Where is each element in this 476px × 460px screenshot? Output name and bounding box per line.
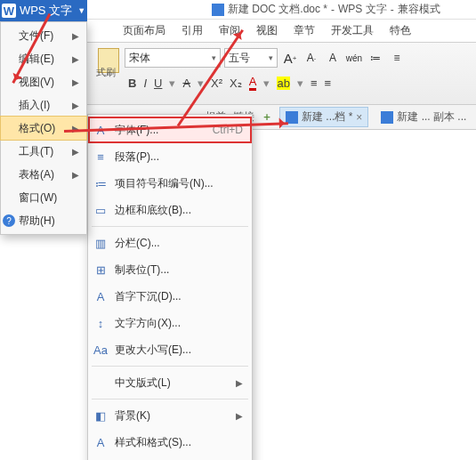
compat-mode: 兼容模式 [398,2,440,17]
menu-item-label: 表格(A) [19,167,54,182]
subscript-button[interactable]: X₂ [230,77,242,90]
decrease-font-icon[interactable]: A- [303,49,320,67]
italic-button[interactable]: I [143,77,147,90]
highlight-button[interactable]: ab [277,77,289,90]
menu-item[interactable]: ?帮助(H) [1,209,86,232]
submenu-item-label: 段落(P)... [115,149,159,165]
format-painter-label[interactable]: 式刷 [96,66,116,79]
submenu-item[interactable]: 稿纸设置(G)... [88,456,252,460]
ribbon-tab[interactable]: 引用 [174,20,210,42]
file-icon [381,111,393,124]
submenu-arrow-icon: ▶ [72,170,79,180]
submenu-item[interactable]: Aa更改大小写(E)... [88,336,252,363]
bold-button[interactable]: B [128,77,136,90]
menu-item-label: 帮助(H) [19,214,55,229]
font-size-combo[interactable]: 五号 [224,48,278,68]
menu-separator [92,226,248,227]
submenu-item[interactable]: ↕文字方向(X)... [88,310,252,336]
menu-item[interactable]: 编辑(E)▶ [1,47,86,70]
menu-item-label: 窗口(W) [19,190,57,206]
submenu-arrow-icon: ▶ [72,77,79,87]
font-color-button[interactable]: A [249,75,257,91]
menu-item-label: 格式(O) [19,121,55,136]
app-menu-button[interactable]: WPS 文字 ▼ [0,0,87,21]
menu-icon: ▥ [93,236,108,250]
ribbon-tab[interactable]: 开发工具 [324,20,381,42]
submenu-arrow-icon: ▶ [72,101,79,110]
submenu-item[interactable]: A首字下沉(D)... [88,283,252,310]
submenu-arrow-icon: ▶ [72,31,79,41]
submenu-arrow-icon: ▶ [236,411,243,421]
submenu-item-label: 中文版式(L) [115,375,171,391]
submenu-item[interactable]: ▥分栏(C)... [88,230,252,256]
menu-icon: ▭ [93,203,108,217]
menu-separator [92,366,248,367]
menu-item-label: 视图(V) [19,75,54,90]
submenu-arrow-icon: ▶ [72,147,79,157]
font-name-combo[interactable]: 宋体 [125,48,221,68]
align-center-icon[interactable]: ≡ [324,77,331,90]
ribbon-tab[interactable]: 章节 [286,20,322,42]
submenu-item[interactable]: ≔项目符号和编号(N)... [88,170,252,197]
menu-item-label: 插入(I) [19,98,50,113]
menu-icon: Aa [93,343,108,357]
submenu-item[interactable]: ▭边框和底纹(B)... [88,197,252,223]
menu-icon: ◧ [93,408,108,423]
submenu-item[interactable]: ⊞制表位(T)... [88,256,252,283]
submenu-item-label: 更改大小写(E)... [115,343,191,358]
ribbon-tab[interactable]: 特色 [383,20,418,42]
document-icon [212,4,224,16]
strike-button[interactable]: A [182,77,190,90]
doc-tab[interactable]: 新建 ... 副本 ... [375,108,472,126]
submenu-item-label: 边框和底纹(B)... [115,203,191,218]
menu-item[interactable]: 窗口(W) [1,186,86,209]
app-name: WPS 文字 [338,2,387,17]
submenu-arrow-icon: ▶ [72,54,79,64]
submenu-item[interactable]: ◧背景(K)▶ [88,402,252,429]
submenu-item-label: 项目符号和编号(N)... [115,176,214,191]
submenu-item[interactable]: ≡段落(P)... [88,143,252,170]
align-left-icon[interactable]: ≡ [311,77,318,90]
underline-button[interactable]: U [154,77,162,90]
bullet-list-icon[interactable]: ≔ [367,49,384,67]
menu-item[interactable]: 工具(T)▶ [1,140,86,163]
submenu-arrow-icon: ▶ [236,378,243,388]
main-menu: 文件(F)▶编辑(E)▶视图(V)▶插入(I)▶格式(O)▶工具(T)▶表格(A… [0,21,87,235]
menu-item-label: 工具(T) [19,144,53,159]
menu-icon: A [93,289,108,303]
submenu-item-label: 首字下沉(D)... [115,289,182,304]
superscript-button[interactable]: X² [211,77,222,90]
submenu-item[interactable]: 中文版式(L)▶ [88,369,252,396]
menu-icon: ⊞ [93,262,108,277]
submenu-item-label: 分栏(C)... [115,236,160,251]
submenu-item-label: 制表位(T)... [115,262,169,278]
menu-icon: ≔ [93,176,108,190]
menu-item[interactable]: 表格(A)▶ [1,163,86,186]
menu-icon: A [93,435,108,449]
format-submenu: A字体(F)...Ctrl+D≡段落(P)...≔项目符号和编号(N)...▭边… [87,114,253,460]
menu-item[interactable]: 插入(I)▶ [1,93,86,117]
submenu-item[interactable]: A样式和格式(S)... [88,429,252,456]
number-list-icon[interactable]: ≡ [388,49,406,67]
menu-item-format[interactable]: 格式(O)▶ [1,117,86,140]
submenu-item-label: 文字方向(X)... [115,316,181,331]
ribbon-tab[interactable]: 视图 [249,20,285,42]
title-sep: - [331,4,335,16]
doc-tab-label: 新建 ...档 * [302,109,352,125]
document-title: 新建 DOC 文档.doc * [228,2,327,17]
chevron-down-icon: ▼ [77,6,85,15]
clear-format-icon[interactable]: A [324,49,342,67]
submenu-item-label: 样式和格式(S)... [115,435,191,450]
doc-tab-label: 新建 ... 副本 ... [397,109,466,125]
title-sep2: - [391,4,394,16]
close-tab-icon[interactable]: × [356,111,362,124]
doc-tab-active[interactable]: 新建 ...档 * × [279,107,368,127]
increase-font-icon[interactable]: A+ [281,49,299,67]
submenu-item-label: 背景(K) [115,408,150,424]
help-icon: ? [3,214,15,227]
phonetic-icon[interactable]: wén [345,49,363,67]
menu-icon [93,375,108,390]
menu-icon: ≡ [93,149,108,164]
ribbon-tab[interactable]: 页面布局 [116,20,173,42]
menu-icon: ↕ [93,316,108,330]
